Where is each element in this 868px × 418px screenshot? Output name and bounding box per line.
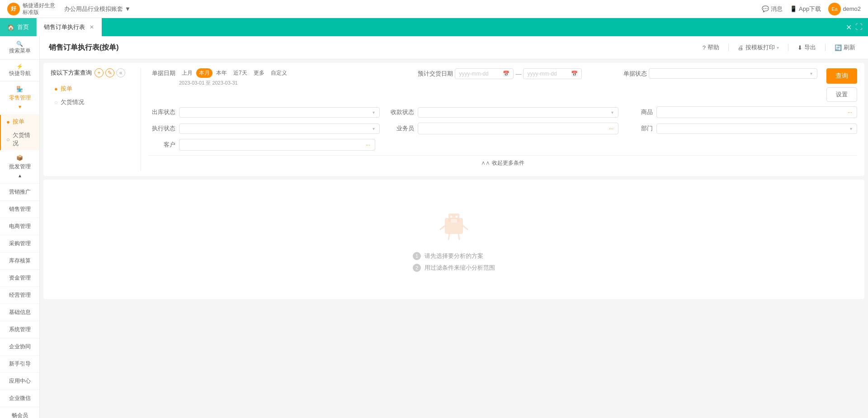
sidebar-quick-nav[interactable]: ⚡ 快捷导航 [0,60,39,81]
customer-label: 客户 [148,141,175,149]
message-button[interactable]: 💬 消息 [762,5,783,13]
date-tabs: 上月 本月 本年 近7天 更多 自定义 [179,68,290,78]
exec-status-filter: 执行状态 ▾ [148,124,380,134]
settings-button[interactable]: 设置 [826,87,857,102]
tab-close-icon[interactable]: ✕ [90,24,94,30]
refresh-button[interactable]: 🔄 刷新 [831,42,859,53]
sidebar-item-appcenter-label: 应用中心 [9,377,31,385]
sidebar-item-wechat-label: 企业微信 [9,394,31,402]
tab-home-label: 首页 [17,23,29,31]
sidebar-item-appcenter[interactable]: 应用中心 [0,373,39,390]
tip-2-text: 用过滤条件来缩小分析范围 [425,264,495,272]
collapse-icon: ∧∧ [481,160,491,166]
department-select[interactable]: ▾ [656,124,857,134]
sidebar-item-purchase[interactable]: 采购管理 [0,235,39,252]
sidebar-item-ops[interactable]: 经营管理 [0,287,39,304]
customer-more-icon[interactable]: ··· [366,142,370,148]
user-area[interactable]: Ea demo2 [828,3,861,15]
scheme-debt-label: 欠货情况 [61,98,84,106]
refresh-label: 刷新 [844,43,855,52]
svg-point-2 [450,216,453,218]
sidebar-item-wechat[interactable]: 企业微信 [0,390,39,407]
date-start-input[interactable]: yyyy-mm-dd 📅 [455,68,514,79]
help-icon: ? [703,44,706,51]
nav-tab-actions: ✕ ⛶ [840,18,868,36]
collapse-more-button[interactable]: ∧∧ 收起更多条件 [148,155,857,171]
collapse-scheme-button[interactable]: « [116,68,125,77]
date-tab-last7[interactable]: 近7天 [231,68,250,78]
sidebar-item-ecommerce[interactable]: 电商管理 [0,218,39,235]
empty-tip-2: 2 用过滤条件来缩小分析范围 [413,264,495,272]
phone-icon: 📱 [790,5,797,12]
close-window-icon[interactable]: ✕ [846,23,852,32]
calendar-end-icon: 📅 [571,71,578,77]
scheme-item-order[interactable]: ● 按单 [51,82,135,95]
sidebar-item-marketing[interactable]: 营销推广 [0,184,39,201]
date-tab-custom[interactable]: 自定义 [268,68,290,78]
add-scheme-button[interactable]: + [94,68,104,77]
sidebar-item-vip[interactable]: 畅会员 [0,407,39,418]
customer-filter: 客户 ··· [148,139,375,151]
scheme-order-label: 按单 [61,85,72,93]
sidebar-item-retail[interactable]: 🏪 零售管理 ▾ [0,81,39,115]
query-button[interactable]: 查询 [826,68,857,84]
sidebar-subitem-order[interactable]: ● 按单 [1,115,39,128]
svg-line-6 [463,226,467,229]
sidebar-item-guide[interactable]: 新手引导 [0,356,39,373]
sidebar-quick-nav-label: 快捷导航 [4,70,36,77]
logo-text: 畅捷通好生意 标准版 [23,2,55,15]
edit-scheme-button[interactable]: ✎ [105,68,114,77]
divider-1 [728,44,729,51]
breadcrumb[interactable]: 办公用品行业模拟账套 ▼ [64,5,131,13]
svg-point-3 [456,216,458,218]
filter-scheme-header-label: 按以下方案查询 [51,69,92,77]
sidebar-search[interactable]: 🔍 搜索菜单 [0,36,39,60]
salesperson-select[interactable]: ··· [418,123,618,134]
svg-rect-4 [451,219,457,223]
scheme-item-debt[interactable]: ○ 欠货情况 [51,95,135,109]
sidebar-subitem-debt[interactable]: ○ 欠货情况 [1,128,39,150]
help-button[interactable]: ? 帮助 [699,42,723,53]
sidebar-item-sales[interactable]: 销售管理 [0,201,39,218]
sidebar-item-finance-label: 资金管理 [9,274,31,282]
date-end-input[interactable]: yyyy-mm-dd 📅 [523,68,582,79]
app-download-button[interactable]: 📱 App下载 [790,5,821,13]
sidebar-item-inventory[interactable]: 库存核算 [0,252,39,270]
tab-sales-exec[interactable]: 销售订单执行表 ✕ [37,18,102,36]
sidebar-item-ops-label: 经营管理 [9,291,31,299]
maximize-window-icon[interactable]: ⛶ [855,23,863,31]
customer-select[interactable]: ··· [179,139,375,151]
doc-status-label: 单据状态 [620,70,647,78]
warehouse-select[interactable]: ▾ [179,107,380,118]
nav-icon: ⚡ [4,63,36,70]
tab-home[interactable]: 🏠 首页 [0,18,37,36]
print-button[interactable]: 🖨 按模板打印 ▾ [734,42,783,53]
doc-status-caret-icon: ▾ [810,71,812,76]
divider-2 [788,44,788,51]
collection-select[interactable]: ▾ [418,107,618,118]
sidebar-item-finance[interactable]: 资金管理 [0,270,39,287]
sidebar-item-basic[interactable]: 基础信息 [0,304,39,321]
sidebar-item-wholesale[interactable]: 📦 批发管理 ▴ [0,150,39,184]
filter-left: 按以下方案查询 + ✎ « ● 按单 ○ 欠货情况 [51,68,141,171]
empty-tips: 1 请先选择要分析的方案 2 用过滤条件来缩小分析范围 [413,252,495,272]
goods-select[interactable]: ··· [656,106,857,118]
search-icon: 🔍 [4,41,36,47]
exec-status-select[interactable]: ▾ [179,124,380,134]
query-actions: 查询 设置 [826,68,857,102]
salesperson-label: 业务员 [387,124,414,133]
retail-icon: 🏪 [16,86,23,92]
app-download-label: App下载 [799,5,821,13]
refresh-icon: 🔄 [835,44,842,51]
date-tab-this-year[interactable]: 本年 [213,68,230,78]
goods-more-icon[interactable]: ··· [848,109,852,115]
date-tab-prev-month[interactable]: 上月 [179,68,195,78]
sidebar-item-system[interactable]: 系统管理 [0,321,39,338]
date-tab-more[interactable]: 更多 [251,68,267,78]
doc-status-select[interactable]: ▾ [649,68,817,79]
salesperson-more-icon[interactable]: ··· [609,125,613,132]
sidebar-item-enterprise[interactable]: 企业协同 [0,338,39,356]
export-button[interactable]: ⬇ 导出 [794,42,820,53]
sidebar-item-wholesale-label: 批发管理 [9,163,31,171]
date-tab-this-month[interactable]: 本月 [196,68,212,78]
